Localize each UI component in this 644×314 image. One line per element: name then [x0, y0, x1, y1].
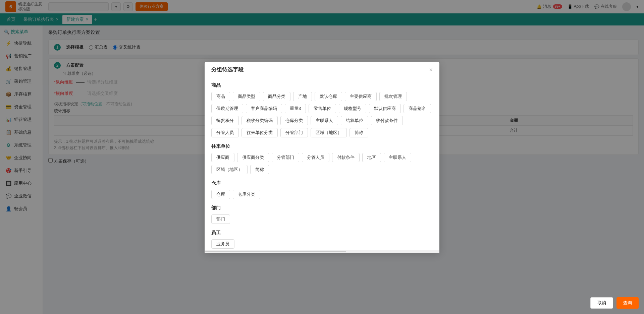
field-chip[interactable]: 产地 — [293, 92, 312, 101]
modal-close-btn[interactable]: × — [429, 66, 433, 73]
cancel-button[interactable]: 取消 — [590, 297, 613, 309]
field-chip[interactable]: 主联系人 — [384, 153, 411, 162]
modal-horizontal-scrollbar[interactable] — [205, 250, 439, 253]
field-chip[interactable]: 仓库 — [211, 190, 230, 199]
field-chip[interactable]: 拣货积分 — [211, 116, 239, 125]
field-chip[interactable]: 默认供应商 — [369, 104, 401, 113]
field-section-仓库: 仓库仓库仓库分类 — [211, 180, 433, 199]
field-chip[interactable]: 收付款条件 — [371, 116, 403, 125]
field-chip[interactable]: 零售单位 — [309, 104, 336, 113]
field-chip[interactable]: 保质期管理 — [211, 104, 243, 113]
field-chip[interactable]: 地区 — [362, 153, 381, 162]
field-chips: 业务员 — [211, 239, 433, 249]
field-chip[interactable]: 主联系人 — [311, 116, 338, 125]
field-chip[interactable]: 仓库分类 — [233, 190, 260, 199]
field-chip[interactable]: 客户商品编码 — [246, 104, 282, 113]
field-chips: 商品商品类型商品分类产地默认仓库主要供应商批次管理保质期管理客户商品编码重量3零… — [211, 92, 433, 137]
confirm-button[interactable]: 查询 — [616, 297, 639, 309]
field-chips: 部门 — [211, 214, 433, 224]
field-chip[interactable]: 业务员 — [211, 239, 234, 249]
field-chips: 仓库仓库分类 — [211, 190, 433, 199]
bottom-buttons: 取消 查询 — [590, 297, 639, 309]
field-section-title: 员工 — [211, 230, 433, 236]
field-chip[interactable]: 默认仓库 — [315, 92, 342, 101]
field-section-部门: 部门部门 — [211, 205, 433, 224]
field-section-title: 往来单位 — [211, 143, 433, 149]
field-chip[interactable]: 批次管理 — [379, 92, 407, 101]
field-chip[interactable]: 重量3 — [285, 104, 306, 113]
field-chips: 供应商供应商分类分管部门分管人员付款条件地区主联系人区域（地区）简称 — [211, 153, 433, 174]
field-chip[interactable]: 分管人员 — [302, 153, 329, 162]
modal-body[interactable]: 商品商品商品类型商品分类产地默认仓库主要供应商批次管理保质期管理客户商品编码重量… — [205, 77, 439, 250]
field-chip[interactable]: 商品 — [211, 92, 230, 101]
field-section-title: 商品 — [211, 82, 433, 88]
scrollbar-thumb — [205, 251, 346, 252]
field-section-员工: 员工业务员 — [211, 230, 433, 249]
modal-header: 分组待选字段 × — [205, 62, 439, 77]
field-section-往来单位: 往来单位供应商供应商分类分管部门分管人员付款条件地区主联系人区域（地区）简称 — [211, 143, 433, 174]
field-chip[interactable]: 主要供应商 — [345, 92, 377, 101]
field-chip[interactable]: 税收分类编码 — [241, 116, 278, 125]
modal-title: 分组待选字段 — [211, 66, 244, 73]
field-chip[interactable]: 供应商 — [211, 153, 234, 162]
field-select-modal: 分组待选字段 × 商品商品商品类型商品分类产地默认仓库主要供应商批次管理保质期管… — [205, 62, 439, 253]
field-chip[interactable]: 部门 — [211, 214, 230, 224]
field-chip[interactable]: 分管部门 — [272, 153, 299, 162]
field-chip[interactable]: 结算单位 — [341, 116, 368, 125]
field-section-title: 仓库 — [211, 180, 433, 186]
field-chip[interactable]: 商品别名 — [404, 104, 431, 113]
field-chip[interactable]: 付款条件 — [332, 153, 360, 162]
field-chip[interactable]: 供应商分类 — [237, 153, 269, 162]
field-chip[interactable]: 简称 — [250, 165, 269, 174]
field-chip[interactable]: 仓库分类 — [280, 116, 308, 125]
field-chip[interactable]: 区域（地区） — [211, 165, 248, 174]
field-chip[interactable]: 区域（地区） — [311, 128, 347, 137]
field-chip[interactable]: 分管人员 — [211, 128, 239, 137]
field-section-title: 部门 — [211, 205, 433, 211]
field-chip[interactable]: 商品类型 — [233, 92, 260, 101]
field-chip[interactable]: 简称 — [350, 128, 368, 137]
field-chip[interactable]: 往来单位分类 — [241, 128, 278, 137]
field-chip[interactable]: 规格型号 — [339, 104, 366, 113]
field-section-商品: 商品商品商品类型商品分类产地默认仓库主要供应商批次管理保质期管理客户商品编码重量… — [211, 82, 433, 137]
field-chip[interactable]: 分管部门 — [280, 128, 308, 137]
field-chip[interactable]: 商品分类 — [263, 92, 290, 101]
